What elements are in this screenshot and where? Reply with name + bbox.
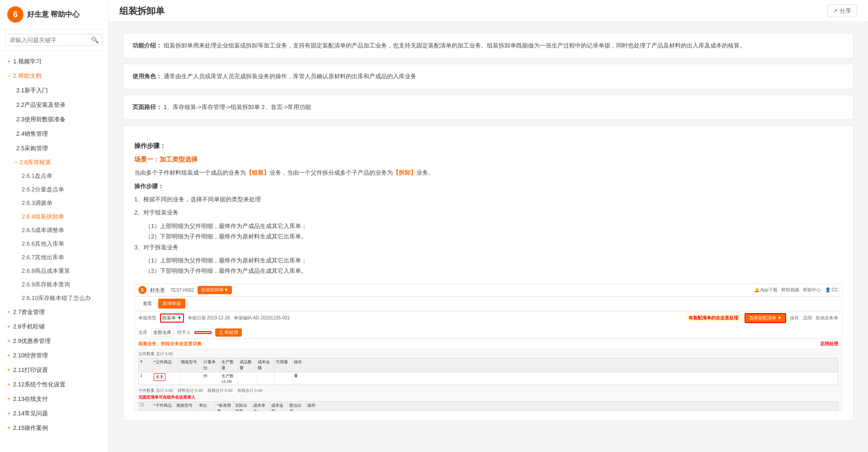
toolbar-type-select: 组装单 ▼ <box>160 314 184 323</box>
plus-icon: + <box>7 338 10 344</box>
path-block: 页面路径： 1、库存核算->库存管理->组装拆卸单 2、首页->常用功能 <box>123 95 854 120</box>
search-icon[interactable]: 🔍 <box>91 36 99 43</box>
nav-label: 2.6.8商品成本重算 <box>22 267 70 274</box>
search-input[interactable] <box>9 37 91 43</box>
app-nav: 首页 新增单据 <box>135 297 842 311</box>
search-area: 🔍 <box>0 29 108 51</box>
nav-item-2-14[interactable]: +2.14常见问题 <box>0 406 108 421</box>
th-avail: 可用量 <box>274 358 292 372</box>
logo-text: 好生意 帮助中心 <box>27 10 80 19</box>
plus-icon: + <box>7 381 10 388</box>
nav-item-2-6-6[interactable]: 2.6.6其他入库单 <box>0 237 108 251</box>
nav-label: 2.13在线支付 <box>13 395 48 403</box>
plus-icon: + <box>7 352 10 359</box>
toolbar-choose-bom: 选择装配清单 ▼ <box>745 313 787 323</box>
table-area: 父件数量 总计 0.00 # *父件商品 规格型号 计量单位 生产数量 成品数量… <box>135 349 842 411</box>
nav-label: 2.6.6其他入库单 <box>22 240 64 247</box>
nav-label: 2.6.2分量盘点单 <box>22 186 64 193</box>
nav-item-2-6-7[interactable]: 2.6.7其他出库单 <box>0 251 108 264</box>
nav-item-2-2[interactable]: 2.2产品安装及登录 <box>0 98 108 112</box>
nav-item-2-11[interactable]: +2.11打印设置 <box>0 363 108 377</box>
ops-section: 操作步骤： 场景一：加工类型选择 当由多个子件材料组装成一个成品的业务为【组装】… <box>123 125 854 421</box>
scenario1-title: 场景一：加工类型选择 <box>134 156 842 164</box>
nav-label: 2.12系统个性化设置 <box>13 381 66 389</box>
scenario1-desc: 当由多个子件材料组装成一个成品的业务为【组装】业务，当由一个父件拆分成多个子产品… <box>134 167 842 178</box>
search-box: 🔍 <box>5 34 103 46</box>
nav-item-2-8[interactable]: +2.8手机旺铺 <box>0 319 108 334</box>
nav-item-2-6-1[interactable]: 2.6.1盘点单 <box>0 169 108 183</box>
td-num: 1 <box>139 372 152 385</box>
logo-icon: 6 <box>7 6 24 23</box>
role-label: 使用角色： <box>132 73 162 80</box>
nav-label: 2.5采购管理 <box>16 144 48 152</box>
nav-item-2-6-2[interactable]: 2.6.2分量盘点单 <box>0 183 108 196</box>
nav-item-2-6-8[interactable]: 2.6.8商品成本重算 <box>0 264 108 278</box>
share-button[interactable]: ↗ 分享 <box>827 5 857 17</box>
td-goods: 木木 <box>152 372 179 385</box>
nav-label: 2.8手机旺铺 <box>13 323 45 331</box>
app-topbar-new-btn: 拆装拆卸单▼ <box>198 286 232 294</box>
nav-item-1[interactable]: +1.视频学习 <box>0 54 108 69</box>
nav-item-2-6-5[interactable]: 2.6.5成本调整单 <box>0 224 108 237</box>
type-selector-row: 组装业务、拆卸业务在这里切换 启用处理 <box>135 339 842 349</box>
toolbar-person-input <box>194 331 212 334</box>
lth-cost: 成本单价 <box>252 402 270 411</box>
nav-item-2-6-3[interactable]: 2.6.3调拨单 <box>0 196 108 210</box>
path-label: 页面路径： <box>132 104 162 110</box>
nav-item-2-3[interactable]: 2.3使用前数据准备 <box>0 112 108 127</box>
nav-item-2-5[interactable]: 2.5采购管理 <box>0 141 108 156</box>
td-done-qty <box>238 372 256 385</box>
nav-label: 2.11打印设置 <box>13 366 48 374</box>
nav-label: 2.6.10库存账本错了怎么办 <box>22 295 91 301</box>
step1: 1、根据不同的业务，选择不同单据的类型来处理 <box>134 194 842 205</box>
nav-item-2-6[interactable]: − 2.6库存核算 <box>0 156 108 169</box>
plus-icon: + <box>7 309 10 315</box>
td-cost-amt <box>256 372 274 385</box>
nav-item-2-13[interactable]: +2.13在线支付 <box>0 392 108 406</box>
nav-tree: +1.视频学习−2.帮助文档2.1新手入门2.2产品安装及登录2.3使用前数据准… <box>0 51 108 452</box>
share-icon: ↗ <box>833 8 838 14</box>
nav-label: 2.6.5成本调整单 <box>22 227 64 233</box>
nav-label: 2.4销售管理 <box>16 130 48 138</box>
lower-table-header: ☐ *子件商品 规格型号 单位 *标准用量 实际出用量 成本单价 成本金额 暂估… <box>138 401 838 411</box>
th-qty: 计量单位 <box>202 358 220 372</box>
nav-item-2-6-4[interactable]: 2.6.4组装拆卸单 <box>0 210 108 224</box>
td-unit: 件 <box>202 372 220 385</box>
toolbar-warehouse-val: 全部仓库 <box>151 328 174 337</box>
nav-item-2-9[interactable]: +2.9优惠券管理 <box>0 334 108 348</box>
app-topbar-version: TEST-H002 <box>170 288 194 293</box>
scenario1-title-text: 场景一：加工类型选择 <box>134 156 198 163</box>
nav-item-2-6-10[interactable]: 2.6.10库存账本错了怎么办 <box>0 291 108 305</box>
plus-icon: + <box>7 367 10 373</box>
lth-checkbox: ☐ <box>139 402 152 411</box>
nav-item-2-4[interactable]: 2.4销售管理 <box>0 127 108 141</box>
nav-item-2-10[interactable]: +2.10经营管理 <box>0 348 108 363</box>
nav-item-2-12[interactable]: +2.12系统个性化设置 <box>0 377 108 392</box>
screenshot-container: 6 好生意 TEST-H002 拆装拆卸单▼ 🔔 App下载 帮助视频 帮助中心… <box>134 284 842 411</box>
th-goods: *父件商品 <box>152 358 179 372</box>
toolbar-annotation1: 有装配清单的在这里处理 <box>686 314 741 322</box>
nav-label: 2.2产品安装及登录 <box>16 101 66 109</box>
step2: 2、对于组装业务 <box>134 207 842 218</box>
plus-icon: + <box>7 324 10 330</box>
lth-plan: *标准用量 <box>216 402 234 411</box>
th-ops: 操作 <box>292 358 306 372</box>
func-intro-block: 功能介绍： 组装拆卸单用来处理企业组装或拆卸等加工业务，支持有固定装配清单的产品… <box>123 33 854 58</box>
screenshot-inner: 6 好生意 TEST-H002 拆装拆卸单▼ 🔔 App下载 帮助视频 帮助中心… <box>135 284 842 411</box>
nav-item-2-7[interactable]: +2.7资金管理 <box>0 305 108 319</box>
nav-item-2-1[interactable]: 2.1新手入门 <box>0 83 108 98</box>
toolbar-second-row: 仓库 全部仓库 经手人 立 即处理 <box>138 328 838 337</box>
th-done: 成品数量 <box>238 358 256 372</box>
ops-steps-title: 操作步骤： <box>134 142 842 150</box>
nav-item-2-15[interactable]: +2.15操作案例 <box>0 421 108 435</box>
table-label-upper: 父件数量 总计 0.00 <box>138 351 838 357</box>
minus-icon: − <box>7 73 10 79</box>
table-label-lower: 子件数量 总计 0.00 材料合计 0.00 税额合计 0.00 价税合计 0.… <box>138 388 838 394</box>
minus-icon: − <box>14 159 18 166</box>
sidebar: 6 好生意 帮助中心 🔍 +1.视频学习−2.帮助文档2.1新手入门2.2产品安… <box>0 0 108 452</box>
nav-item-2[interactable]: −2.帮助文档 <box>0 69 108 83</box>
step3-sub1: （1）上部明细为父件明细，最终作为原材料生成其它出库单； <box>145 255 842 266</box>
td-avail-qty <box>274 372 292 385</box>
nav-item-2-6-9[interactable]: 2.6.9库存账本查询 <box>0 278 108 291</box>
lower-annotation: 无固定清单可在组件在这里录入 <box>138 395 838 400</box>
